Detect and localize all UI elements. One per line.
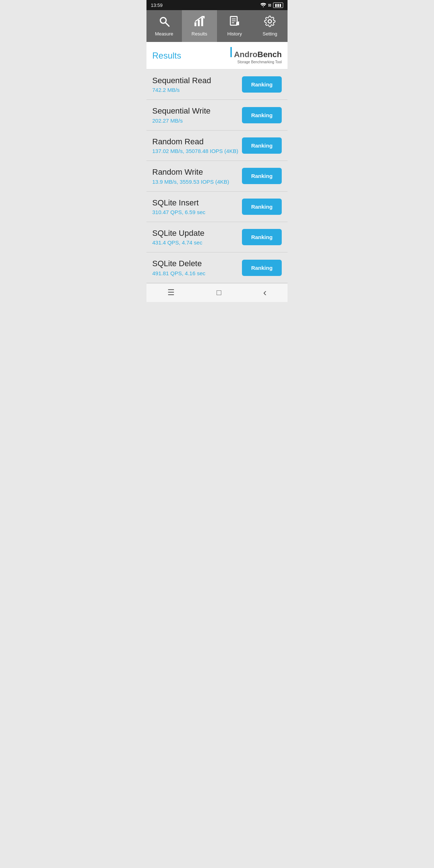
benchmark-row-rand-write: Random Write 13.9 MB/s, 3559.53 IOPS (4K… [146,161,288,191]
benchmark-info-seq-write: Sequential Write 202.27 MB/s [152,106,242,123]
wifi-icon [260,3,266,7]
benchmark-name-seq-write: Sequential Write [152,106,242,116]
battery-icon: ▮▮▮ [273,3,283,8]
benchmark-name-sqlite-delete: SQLite Delete [152,259,242,268]
tab-results[interactable]: Results [182,10,217,42]
benchmark-row-rand-read: Random Read 137.02 MB/s, 35078.48 IOPS (… [146,131,288,161]
document-icon [229,16,241,29]
ranking-btn-rand-read[interactable]: Ranking [242,137,282,154]
bottom-back-button[interactable]: ‹ [256,284,274,301]
svg-rect-3 [198,20,200,26]
benchmark-name-rand-read: Random Read [152,137,242,146]
benchmark-value-seq-read: 742.2 MB/s [152,87,242,93]
benchmark-value-rand-write: 13.9 MB/s, 3559.53 IOPS (4KB) [152,179,242,185]
benchmark-row-sqlite-update: SQLite Update 431.4 QPS, 4.74 sec Rankin… [146,222,288,252]
status-bar: 13:59 ⊠ ▮▮▮ [146,0,288,10]
results-header: Results AndroBench Storage Benchmarking … [146,42,288,69]
status-icons: ⊠ ▮▮▮ [260,3,283,8]
benchmark-info-sqlite-insert: SQLite Insert 310.47 QPS, 6.59 sec [152,198,242,215]
benchmark-row-sqlite-delete: SQLite Delete 491.81 QPS, 4.16 sec Ranki… [146,252,288,283]
benchmark-name-sqlite-insert: SQLite Insert [152,198,242,208]
nav-tabs: Measure Results History [146,10,288,42]
benchmark-list: Sequential Read 742.2 MB/s Ranking Seque… [146,69,288,283]
benchmark-row-sqlite-insert: SQLite Insert 310.47 QPS, 6.59 sec Ranki… [146,192,288,222]
status-time: 13:59 [151,3,163,8]
benchmark-info-sqlite-update: SQLite Update 431.4 QPS, 4.74 sec [152,229,242,246]
brand-bar-decoration [230,47,232,57]
benchmark-name-seq-read: Sequential Read [152,76,242,85]
benchmark-value-sqlite-update: 431.4 QPS, 4.74 sec [152,239,242,246]
tab-history-label: History [227,31,242,37]
svg-rect-4 [201,17,203,26]
brand-logo: AndroBench Storage Benchmarking Tool [230,47,282,64]
search-icon [158,16,170,29]
tab-results-label: Results [192,31,207,37]
benchmark-info-rand-write: Random Write 13.9 MB/s, 3559.53 IOPS (4K… [152,167,242,184]
brand-name: AndroBench [230,47,282,59]
benchmark-name-sqlite-update: SQLite Update [152,229,242,238]
benchmark-info-rand-read: Random Read 137.02 MB/s, 35078.48 IOPS (… [152,137,242,154]
signal-icon: ⊠ [268,3,271,8]
tab-history[interactable]: History [217,10,252,42]
ranking-btn-seq-read[interactable]: Ranking [242,76,282,93]
gear-icon [264,16,276,29]
ranking-btn-seq-write[interactable]: Ranking [242,107,282,123]
benchmark-info-seq-read: Sequential Read 742.2 MB/s [152,76,242,93]
benchmark-row-seq-write: Sequential Write 202.27 MB/s Ranking [146,100,288,130]
bottom-menu-button[interactable]: ☰ [160,285,182,300]
bottom-nav: ☰ □ ‹ [146,283,288,302]
benchmark-name-rand-write: Random Write [152,167,242,177]
ranking-btn-rand-write[interactable]: Ranking [242,168,282,184]
svg-marker-9 [236,21,239,25]
benchmark-info-sqlite-delete: SQLite Delete 491.81 QPS, 4.16 sec [152,259,242,276]
tab-measure-label: Measure [155,31,173,37]
results-title: Results [152,51,181,61]
bottom-home-button[interactable]: □ [209,285,229,300]
chart-icon [193,16,205,29]
svg-point-10 [268,20,272,23]
benchmark-value-seq-write: 202.27 MB/s [152,118,242,124]
tab-setting[interactable]: Setting [252,10,288,42]
benchmark-value-rand-read: 137.02 MB/s, 35078.48 IOPS (4KB) [152,148,242,154]
svg-rect-2 [195,22,196,26]
ranking-btn-sqlite-update[interactable]: Ranking [242,229,282,245]
tab-measure[interactable]: Measure [146,10,182,42]
ranking-btn-sqlite-delete[interactable]: Ranking [242,260,282,276]
benchmark-value-sqlite-insert: 310.47 QPS, 6.59 sec [152,209,242,215]
brand-subtitle: Storage Benchmarking Tool [237,60,282,64]
tab-setting-label: Setting [263,31,277,37]
benchmark-row-seq-read: Sequential Read 742.2 MB/s Ranking [146,69,288,100]
ranking-btn-sqlite-insert[interactable]: Ranking [242,199,282,215]
svg-line-1 [166,23,169,26]
benchmark-value-sqlite-delete: 491.81 QPS, 4.16 sec [152,270,242,276]
